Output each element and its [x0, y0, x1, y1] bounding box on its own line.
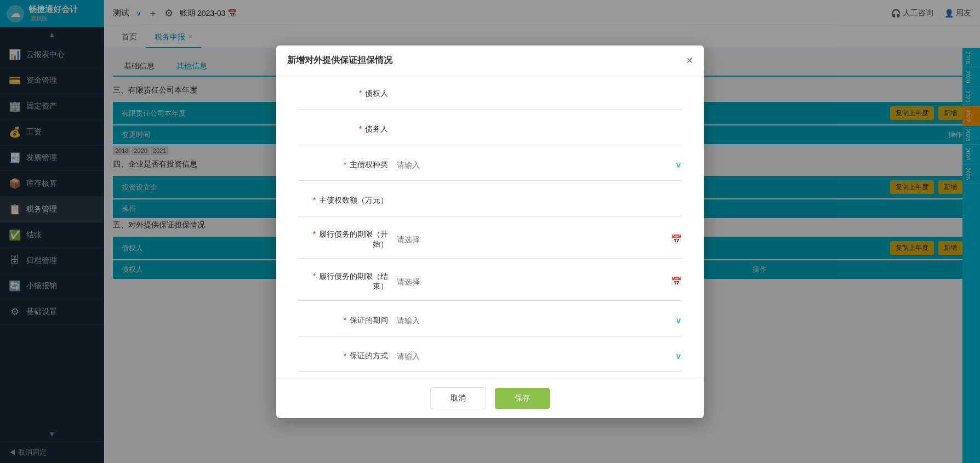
save-button[interactable]: 保存 [495, 388, 550, 409]
select-claim-type-wrapper: ∨ [397, 158, 682, 172]
form-row-guarantee-period: * 保证的期间 ∨ [298, 314, 682, 336]
guarantee-period-dropdown-icon[interactable]: ∨ [675, 315, 682, 325]
input-claim-amount[interactable] [397, 194, 682, 207]
guarantee-method-dropdown-icon[interactable]: ∨ [675, 351, 682, 361]
select-guarantee-method[interactable] [397, 350, 675, 363]
label-guarantee-method: * 保证的方式 [298, 351, 397, 361]
date-end-calendar-icon[interactable]: 📅 [671, 276, 682, 287]
select-guarantee-period[interactable] [397, 314, 675, 327]
modal-close-button[interactable]: × [686, 54, 693, 67]
label-claim-amount: * 主债权数额（万元） [298, 196, 397, 205]
form-row-debt-start: * 履行债务的期限（开始） 📅 [298, 230, 682, 259]
date-end-input[interactable] [397, 275, 671, 288]
label-guarantee-period: * 保证的期间 [298, 316, 397, 325]
form-row-creditor: * 债权人 [298, 87, 682, 110]
label-claim-type: * 主债权种类 [298, 160, 397, 170]
form-row-claim-amount: * 主债权数额（万元） [298, 194, 682, 216]
select-guarantee-period-wrapper: ∨ [397, 314, 682, 327]
date-start-wrapper: 📅 [397, 233, 682, 246]
date-start-calendar-icon[interactable]: 📅 [671, 234, 682, 244]
select-guarantee-method-wrapper: ∨ [397, 350, 682, 363]
modal-overlay: 新增对外提供保证担保情况 × * 债权人 * 债务人 [0, 0, 980, 463]
modal-body: * 债权人 * 债务人 * 主债权种类 [276, 76, 704, 378]
cancel-button[interactable]: 取消 [430, 387, 486, 409]
form-row-guarantee-method: * 保证的方式 ∨ [298, 350, 682, 372]
modal: 新增对外提供保证担保情况 × * 债权人 * 债务人 [276, 45, 704, 418]
input-debtor[interactable] [397, 123, 682, 136]
label-debt-end: * 履行债务的期限（结束） [298, 272, 397, 291]
label-debtor: * 债务人 [298, 124, 397, 134]
modal-footer: 取消 保存 [276, 378, 704, 418]
input-creditor[interactable] [397, 87, 682, 100]
date-start-input[interactable] [397, 233, 671, 246]
modal-header: 新增对外提供保证担保情况 × [276, 45, 704, 76]
form-row-claim-type: * 主债权种类 ∨ [298, 158, 682, 181]
date-end-wrapper: 📅 [397, 275, 682, 288]
form-row-debtor: * 债务人 [298, 123, 682, 145]
modal-title: 新增对外提供保证担保情况 [287, 55, 392, 66]
claim-type-dropdown-icon[interactable]: ∨ [675, 159, 682, 170]
select-claim-type[interactable] [397, 158, 675, 172]
label-debt-start: * 履行债务的期限（开始） [298, 230, 397, 249]
label-creditor: * 债权人 [298, 89, 397, 99]
form-row-debt-end: * 履行债务的期限（结束） 📅 [298, 272, 682, 301]
